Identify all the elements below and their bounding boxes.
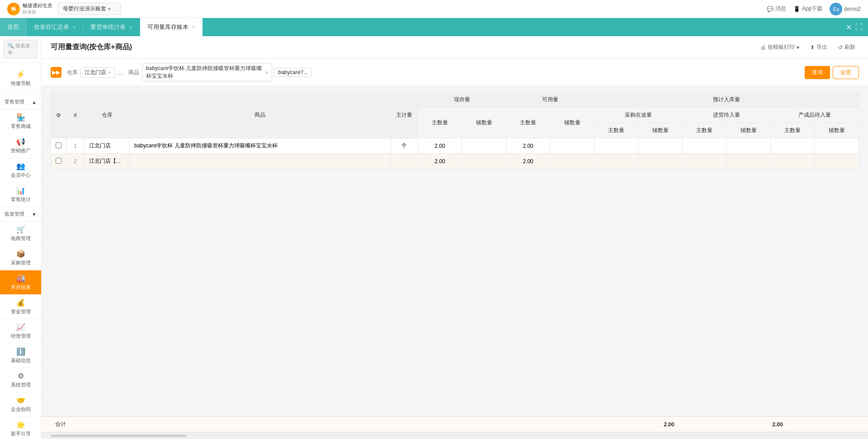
col-avail-aux: 辅数量: [550, 108, 594, 138]
row-warehouse: 江北门店: [85, 138, 130, 154]
sidebar-item-business[interactable]: 📈 经营管理: [0, 319, 41, 344]
sidebar-item-purchase[interactable]: 📦 采购管理: [0, 246, 41, 270]
quick-nav-section: ⚡ 快捷导航: [0, 63, 41, 95]
filter-warehouse-more[interactable]: ...: [117, 68, 123, 76]
nav-expand-btn[interactable]: ⛶: [855, 23, 863, 31]
inventory-label: 库存核算: [11, 284, 31, 291]
filter-tag-warehouse-text: 江北门店: [85, 69, 106, 76]
sidebar-group-wholesale-label: 批发管理: [5, 211, 24, 217]
row-product: babycare学饮杯 儿童防摔防撞吸管杯重力球吸嘴杯宝宝水杯: [130, 138, 391, 154]
filter-area: ▶▶ 仓库 江北门店 × ... 商品 babycare学饮杯 儿童防摔防撞吸管…: [42, 59, 868, 86]
query-btn[interactable]: 查询: [805, 66, 830, 79]
user-area[interactable]: Ea demo2: [830, 3, 861, 15]
tab-available-stock-close[interactable]: ×: [192, 24, 195, 30]
system-label: 系统管理: [11, 382, 31, 388]
settings-icon: ⚙: [56, 112, 61, 118]
col-incoming-aux: 辅数量: [726, 123, 771, 138]
refresh-label: 刷新: [844, 43, 855, 51]
row-checkbox[interactable]: [51, 138, 66, 154]
row-stock-aux: [462, 138, 506, 154]
filter-warehouse-tags: 江北门店 × ...: [80, 67, 123, 78]
sidebar-item-quicknav[interactable]: ⚡ 快捷导航: [0, 66, 41, 91]
row-stock-main: 2.00: [418, 138, 462, 154]
filter-warehouse-label: 仓库: [67, 69, 78, 76]
refresh-icon: ↺: [838, 44, 843, 51]
filter-warehouse-group: 仓库 江北门店 × ...: [67, 67, 123, 78]
col-available-group: 可用量: [506, 92, 594, 108]
filter-tag-product-1[interactable]: babycare学饮杯 儿童防摔防撞吸管杯重力球吸嘴杯宝宝水杯 ×: [142, 63, 272, 81]
row-checkbox[interactable]: [51, 154, 66, 169]
sidebar-item-system[interactable]: ⚙ 系统管理: [0, 368, 41, 392]
message-action[interactable]: 💬 消息: [767, 5, 786, 13]
tab-home[interactable]: 首页: [0, 18, 27, 36]
logo-title: 畅捷通好生意: [23, 2, 52, 9]
retail-stats-icon: 📊: [16, 186, 25, 195]
content-area: 可用量查询(按仓库+商品) 🖨 按模板打印 ▾ ⬆ 导出 ↺ 刷新 ▶▶: [42, 36, 868, 439]
page-actions: 🖨 按模板打印 ▾ ⬆ 导出 ↺ 刷新: [757, 42, 859, 53]
row-incoming-aux: [726, 138, 771, 154]
nav-close-btn[interactable]: ✕: [846, 23, 852, 32]
row-product-main: [770, 154, 815, 169]
settings-btn[interactable]: 设置: [833, 66, 859, 79]
sidebar-group-retail[interactable]: 零售管理 ▲: [0, 95, 41, 109]
horizontal-scrollbar[interactable]: [51, 434, 186, 437]
sidebar-item-member[interactable]: 👥 会员中心: [0, 158, 41, 183]
app-icon: 📱: [793, 6, 800, 12]
tab-available-stock[interactable]: 可用量库存账本 ×: [140, 18, 203, 36]
col-product-aux: 辅数量: [815, 123, 859, 138]
sidebar-group-wholesale[interactable]: 批发管理 ▼: [0, 207, 41, 222]
row-avail-main: 2.00: [506, 154, 550, 169]
filter-tag-warehouse[interactable]: 江北门店 ×: [80, 67, 115, 78]
table-row: 2 江北门店【... 2.00 2.00: [51, 154, 859, 169]
export-btn[interactable]: ⬆ 导出: [807, 42, 831, 53]
filter-product-label: 商品: [128, 69, 139, 76]
nav-bar-actions: ✕ ⛶: [840, 18, 868, 36]
sidebar-item-retail-stats[interactable]: 📊 零售统计: [0, 183, 41, 207]
tab-receive-pay-label: 收发存汇总表: [34, 23, 69, 31]
col-settings[interactable]: ⚙: [51, 92, 66, 138]
sidebar-item-finance[interactable]: 💰 资金管理: [0, 295, 41, 319]
logo-subtitle: 标准版: [23, 9, 52, 15]
row-product-main: [770, 138, 815, 154]
business-label: 经营管理: [11, 333, 31, 340]
tab-receive-pay-close[interactable]: ×: [73, 24, 75, 30]
search-menu-btn[interactable]: 🔍 搜索菜单: [4, 40, 38, 59]
tab-home-label: 首页: [7, 23, 19, 31]
logo-icon: 畅: [7, 3, 20, 15]
filter-tag-warehouse-remove[interactable]: ×: [108, 70, 111, 75]
finance-label: 资金管理: [11, 308, 31, 315]
tab-receive-pay[interactable]: 收发存汇总表 ×: [27, 18, 83, 36]
tab-order-stats-close[interactable]: ×: [129, 24, 132, 30]
org-selector[interactable]: 母婴行业演示账套 ▾: [58, 3, 121, 15]
col-index: #: [66, 92, 85, 138]
tab-order-stats[interactable]: 要货单统计表 ×: [83, 18, 140, 36]
refresh-btn[interactable]: ↺ 刷新: [835, 42, 859, 53]
sidebar-item-retail-mall[interactable]: 🏪 零售商城: [0, 109, 41, 134]
row-avail-main: 2.00: [506, 138, 550, 154]
message-label: 消息: [775, 5, 786, 13]
app-download-action[interactable]: 📱 App下载: [793, 5, 822, 13]
filter-tag-product-1-remove[interactable]: ×: [265, 70, 268, 75]
export-icon: ⬆: [810, 44, 815, 51]
member-icon: 👥: [16, 162, 25, 170]
filter-toggle-btn[interactable]: ▶▶: [51, 67, 61, 78]
scroll-bar-area: [42, 432, 868, 439]
row-purchase-main: [594, 154, 638, 169]
print-btn[interactable]: 🖨 按模板打印 ▾: [757, 42, 803, 53]
finance-icon: 💰: [16, 298, 25, 307]
new-guide-label: 新手引导: [11, 430, 31, 437]
sidebar-item-basic-info[interactable]: ℹ️ 基础信息: [0, 344, 41, 368]
org-name: 母婴行业演示账套: [63, 5, 106, 13]
sidebar-item-marketing[interactable]: 📢 营销推广: [0, 134, 41, 158]
table-footer: 合计 2.00 2.00: [42, 416, 868, 432]
col-expected-in-group: 预计入库量: [594, 92, 859, 108]
sidebar-item-enterprise-collab[interactable]: 🤝 企业协同: [0, 392, 41, 417]
sidebar-item-inventory[interactable]: 🏭 库存核算: [0, 270, 41, 295]
col-stock-main: 主数量: [418, 108, 462, 138]
col-warehouse: 仓库: [85, 92, 130, 138]
sidebar-item-new-guide[interactable]: 🌟 新手引导: [0, 417, 41, 439]
sidebar-item-ecommerce[interactable]: 🛒 电商管理: [0, 222, 41, 246]
row-incoming-main: [682, 138, 726, 154]
filter-tag-product-2[interactable]: babycare?...: [274, 68, 312, 77]
export-label: 导出: [816, 43, 827, 51]
